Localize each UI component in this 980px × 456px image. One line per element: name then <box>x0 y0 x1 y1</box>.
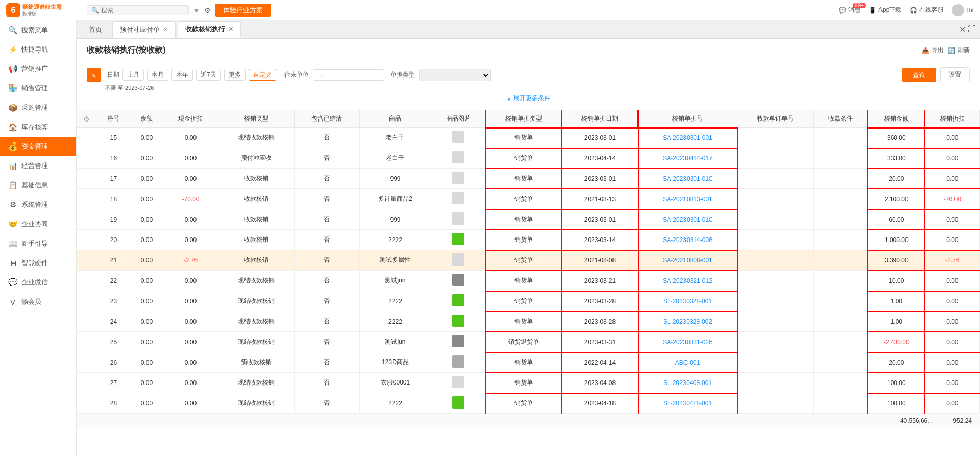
search-input[interactable] <box>101 7 178 14</box>
cell-receipt-order <box>737 393 813 414</box>
cell-writeoff-no: SA-20230331-026 <box>638 332 737 352</box>
cell-writeoff-type: 销货单 <box>486 128 562 148</box>
cell-receipt-order <box>737 230 813 250</box>
sidebar-item-system[interactable]: ⚙ 系统管理 <box>0 195 76 214</box>
expand-sidebar-button[interactable]: » <box>87 68 101 82</box>
cell-no: 18 <box>97 189 130 209</box>
cell-writeoff-date: 2023-03-01 <box>562 209 638 230</box>
sidebar-item-wechat[interactable]: 💬 企业微信 <box>0 273 76 292</box>
cell-writeoff-type: 销货单 <box>486 271 562 291</box>
sidebar-item-basic[interactable]: 📋 基础信息 <box>0 176 76 195</box>
cell-writeoff-date: 2023-03-01 <box>562 128 638 148</box>
sidebar-item-purchase[interactable]: 📦 采购管理 <box>0 98 76 117</box>
doc-type-section: 单据类型 <box>390 69 491 81</box>
sidebar-item-operations[interactable]: 📊 经营管理 <box>0 156 76 176</box>
date-this-month-btn[interactable]: 本月 <box>147 69 168 81</box>
refresh-icon: 🔄 <box>948 47 955 54</box>
setting-button[interactable]: 设置 <box>940 67 970 82</box>
settings-icon[interactable]: ⚙ <box>204 6 211 14</box>
tab-prepay[interactable]: 预付冲应付单 ✕ <box>112 21 176 38</box>
sidebar-item-label: 系统管理 <box>21 200 48 209</box>
cell-balance: 0.00 <box>130 169 163 189</box>
tab-collect[interactable]: 收款核销执行 ✕ <box>178 21 241 38</box>
col-balance: 余额 <box>130 110 163 128</box>
cell-cash-discount: 0.00 <box>163 271 218 291</box>
writeoff-no-link[interactable]: ABC-001 <box>675 359 700 366</box>
tab-home[interactable]: 首页 <box>81 23 110 36</box>
sidebar-item-label: 资金管理 <box>21 142 48 151</box>
writeoff-no-link[interactable]: SL-20230408-001 <box>663 379 712 387</box>
writeoff-no-link[interactable]: SL-20230328-001 <box>663 298 712 305</box>
writeoff-no-link[interactable]: SA-20230331-026 <box>663 339 712 346</box>
writeoff-no-link[interactable]: SA-20230314-008 <box>663 236 712 244</box>
sidebar-item-guide[interactable]: 📖 新手引导 <box>0 234 76 253</box>
cell-writeoff-type: 销货单 <box>486 352 562 373</box>
cell-no: 25 <box>97 332 130 352</box>
tab-close-icon[interactable]: ✕ <box>959 25 966 34</box>
col-writeoff-discount: 核销折扣 <box>925 110 979 128</box>
inventory-icon: 🏠 <box>8 123 17 132</box>
smart-icon: 🖥 <box>8 259 17 268</box>
main-layout: 🔍 搜索菜单 ⚡ 快捷导航 📢 营销推广 🏪 销售管理 📦 采购管理 🏠 库存核… <box>0 20 980 456</box>
user-area[interactable]: Rit <box>952 4 974 16</box>
refresh-button[interactable]: 🔄 刷新 <box>948 46 970 55</box>
date-last-month-btn[interactable]: 上月 <box>122 69 144 81</box>
writeoff-no-link[interactable]: SA-20230301-010 <box>663 175 712 182</box>
writeoff-no-link[interactable]: SA-20230301-001 <box>663 134 712 141</box>
writeoff-no-link[interactable]: SL-20230418-001 <box>663 400 712 407</box>
message-button[interactable]: 💬 消息 99+ <box>839 6 861 14</box>
sidebar-item-sales[interactable]: 🏪 销售管理 <box>0 79 76 98</box>
sidebar-item-member[interactable]: V 畅会员 <box>0 292 76 311</box>
export-button[interactable]: 📤 导出 <box>922 46 944 55</box>
top-bar-right: 💬 消息 99+ 📱 App下载 🎧 在线客服 Rit <box>839 4 974 16</box>
writeoff-no-link[interactable]: SA-20210808-001 <box>663 257 712 264</box>
writeoff-no-link[interactable]: SA-20210813-001 <box>663 196 712 203</box>
partner-input[interactable] <box>313 69 384 81</box>
online-service-button[interactable]: 🎧 在线客服 <box>910 6 944 14</box>
sidebar-item-finance[interactable]: 💰 资金管理 <box>0 137 76 156</box>
cell-writeoff-type: 销货单 <box>486 311 562 332</box>
cell-gear <box>77 271 97 291</box>
cell-no: 16 <box>97 148 130 169</box>
query-button[interactable]: 查询 <box>902 68 936 82</box>
cell-receipt-cond <box>813 189 868 209</box>
date-this-year-btn[interactable]: 本年 <box>172 69 193 81</box>
cell-included: 否 <box>294 271 359 291</box>
cell-goods: 2222 <box>360 230 431 250</box>
cell-receipt-cond <box>813 373 868 393</box>
cell-goods-img <box>431 373 485 393</box>
sidebar-item-inventory[interactable]: 🏠 库存核算 <box>0 117 76 137</box>
cell-type: 收款核销 <box>218 230 294 250</box>
expand-more-btn[interactable]: ∨ 展开更多条件 <box>507 94 550 103</box>
sidebar-item-search[interactable]: 🔍 搜索菜单 <box>0 20 76 40</box>
date-custom-btn[interactable]: 自定义 <box>249 69 276 81</box>
cell-receipt-cond <box>813 393 868 414</box>
filter-date-section: 日期 上月 本月 本年 近7天 更多 自定义 <box>107 69 276 81</box>
tab-collect-label: 收款核销执行 <box>185 25 225 34</box>
cell-cash-discount: 0.00 <box>163 352 218 373</box>
writeoff-no-link[interactable]: SA-20230301-010 <box>663 216 712 223</box>
sidebar-item-marketing[interactable]: 📢 营销推广 <box>0 59 76 79</box>
writeoff-no-link[interactable]: SA-20230414-017 <box>663 155 712 162</box>
cell-no: 28 <box>97 393 130 414</box>
table-row: 20 0.00 0.00 收款核销 否 2222 销货单 2023-03-14 … <box>77 230 980 250</box>
logo-tag: 标准版 <box>22 11 62 17</box>
date-7days-btn[interactable]: 近7天 <box>196 69 221 81</box>
tab-collect-close[interactable]: ✕ <box>228 26 233 33</box>
date-more-btn[interactable]: 更多 <box>224 69 246 81</box>
tab-expand-icon[interactable]: ⛶ <box>968 25 976 34</box>
tab-prepay-close[interactable]: ✕ <box>163 26 168 33</box>
doc-type-select[interactable] <box>419 69 491 81</box>
writeoff-no-link[interactable]: SA-20230321-012 <box>663 277 712 284</box>
gear-icon[interactable]: ⚙ <box>83 115 90 123</box>
sidebar-item-smart[interactable]: 🖥 智能硬件 <box>0 253 76 273</box>
writeoff-no-link[interactable]: SL-20230328-002 <box>663 318 712 325</box>
dropdown-arrow[interactable]: ▼ <box>193 6 200 14</box>
app-download-button[interactable]: 📱 App下载 <box>869 6 901 14</box>
search-box[interactable]: 🔍 <box>87 5 189 15</box>
content-area: 首页 预付冲应付单 ✕ 收款核销执行 ✕ ✕ ⛶ 收款核销执行(按收款) 📤 <box>77 20 980 456</box>
sidebar-item-enterprise[interactable]: 🤝 企业协同 <box>0 214 76 234</box>
cell-writeoff-discount: 0.00 <box>925 291 979 311</box>
sidebar-item-shortcut[interactable]: ⚡ 快捷导航 <box>0 40 76 59</box>
trial-button[interactable]: 体验行业方案 <box>215 4 271 17</box>
